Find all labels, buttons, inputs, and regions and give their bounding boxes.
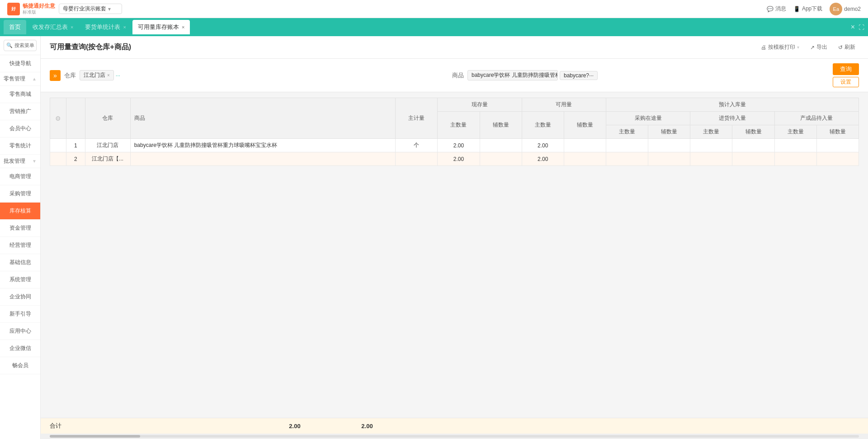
export-icon: ↗ <box>810 44 815 51</box>
sidebar-item-label: 企业微信 <box>9 345 31 351</box>
fullscreen-button[interactable]: ⛶ <box>859 24 864 31</box>
tab-receive[interactable]: 收发存汇总表 × <box>27 20 79 34</box>
sidebar-item-retail-mgmt[interactable]: 零售管理 ▲ <box>0 72 40 86</box>
warehouse-tag[interactable]: 江北门店 × <box>80 70 114 80</box>
search-menu-button[interactable]: 🔍 搜索菜单 <box>4 40 37 51</box>
tab-available-label: 可用量库存账本 <box>138 23 179 31</box>
refresh-icon: ↺ <box>838 44 843 51</box>
sidebar-item-label: 新手引导 <box>9 311 31 317</box>
sidebar-item-ops[interactable]: 经营管理 <box>0 237 40 254</box>
message-label: 消息 <box>775 5 786 13</box>
chevron-icon: ▼ <box>32 159 37 164</box>
th-purchase-on-way-group: 采购在途量 <box>606 112 690 125</box>
sidebar-item-label: 经营管理 <box>9 242 31 248</box>
print-button[interactable]: 🖨 按模板打印 ▾ <box>757 42 803 53</box>
sidebar-item-label: 批发管理 <box>4 157 25 165</box>
cell-pow-sub-0 <box>648 139 690 152</box>
sidebar-item-label: 系统管理 <box>9 276 31 283</box>
warehouse-tag-close[interactable]: × <box>107 73 110 78</box>
warehouse-more-button[interactable]: ··· <box>116 72 120 79</box>
refresh-button[interactable]: ↺ 刷新 <box>835 42 859 53</box>
sidebar-item-wecom[interactable]: 企业微信 <box>0 340 40 357</box>
cell-gear-1 <box>50 152 66 166</box>
sidebar-search-area: 🔍 搜索菜单 <box>0 36 40 55</box>
sidebar-item-enterprise[interactable]: 企业协同 <box>0 288 40 306</box>
sidebar-item-label: 应用中心 <box>9 328 31 334</box>
tab-home[interactable]: 首页 <box>4 20 26 34</box>
sidebar-item-retail-store[interactable]: 零售商城 <box>0 86 40 103</box>
cell-available-sub-1 <box>564 152 606 166</box>
product-tag-1-text: babycare学饮杯 儿童防摔防撞吸管杯重力球吸嘴杯宝宝水杯 <box>472 71 558 79</box>
sidebar-item-label: 企业协同 <box>9 293 31 300</box>
th-product-pending-sub: 辅数量 <box>816 125 859 139</box>
th-unit: 主计量 <box>396 98 438 139</box>
table-row: 2 江北门店【... 2.00 2.00 <box>50 152 859 166</box>
chevron-down-icon: ▾ <box>108 6 111 12</box>
th-purchase-in-group: 预计入库量 <box>606 98 859 112</box>
printer-icon: 🖨 <box>761 44 766 51</box>
close-all-button[interactable]: × <box>851 23 855 31</box>
query-button[interactable]: 查询 <box>833 63 859 75</box>
sidebar-item-inventory[interactable]: 库存核算 <box>0 203 40 220</box>
sidebar-item-label: 营销推广 <box>9 108 31 114</box>
tab-available[interactable]: 可用量库存账本 × <box>132 20 190 34</box>
gear-icon[interactable]: ⚙ <box>55 115 61 122</box>
sidebar-item-member2[interactable]: 畅会员 <box>0 357 40 374</box>
chevron-down-icon: ▾ <box>797 45 799 50</box>
sidebar-item-appstore[interactable]: 应用中心 <box>0 323 40 340</box>
sidebar-item-ecommerce[interactable]: 电商管理 <box>0 168 40 185</box>
message-button[interactable]: 💬 消息 <box>767 5 786 13</box>
expand-icon: » <box>53 72 57 79</box>
logo-sub: 标准版 <box>23 9 55 15</box>
cell-warehouse-1: 江北门店【... <box>85 152 130 166</box>
print-label: 按模板打印 <box>768 43 795 51</box>
user-profile[interactable]: Ea demo2 <box>830 3 861 15</box>
tab-receive-close[interactable]: × <box>71 24 73 30</box>
sidebar-item-retail-stats[interactable]: 零售统计 <box>0 137 40 155</box>
tab-order-close[interactable]: × <box>123 24 126 30</box>
sidebar-item-basic[interactable]: 基础信息 <box>0 254 40 271</box>
th-available-sub: 辅数量 <box>564 112 606 139</box>
tab-bar-right: × ⛶ <box>851 23 864 31</box>
footer-available-main: 2.00 <box>349 423 385 430</box>
product-tag-1[interactable]: babycare学饮杯 儿童防摔防撞吸管杯重力球吸嘴杯宝宝水杯 × <box>467 70 558 80</box>
product-tag-2[interactable]: babycare?··· <box>560 71 598 80</box>
industry-selector[interactable]: 母婴行业演示账套 ▾ <box>59 4 122 14</box>
sidebar-item-wholesale-mgmt[interactable]: 批发管理 ▼ <box>0 155 40 168</box>
app-download-button[interactable]: 📱 App下载 <box>793 5 822 13</box>
th-available-group: 可用量 <box>522 98 606 112</box>
tab-available-close[interactable]: × <box>182 24 184 30</box>
cell-ip-main-1 <box>690 152 732 166</box>
export-button[interactable]: ↗ 导出 <box>807 42 831 53</box>
tab-order[interactable]: 要货单统计表 × <box>80 20 131 34</box>
sidebar-item-label: 零售商城 <box>9 91 31 97</box>
sidebar-item-label: 基础信息 <box>9 259 31 265</box>
chevron-icon: ▲ <box>32 76 37 81</box>
sidebar-item-marketing[interactable]: 营销推广 <box>0 103 40 120</box>
sidebar-item-system[interactable]: 系统管理 <box>0 271 40 288</box>
sidebar-item-newbie[interactable]: 新手引导 <box>0 306 40 323</box>
th-inbound-pending-main: 主数量 <box>690 125 732 139</box>
cell-stock-main-0: 2.00 <box>438 139 480 152</box>
sidebar-item-purchase[interactable]: 采购管理 <box>0 185 40 203</box>
tab-receive-label: 收发存汇总表 <box>33 23 68 31</box>
message-icon: 💬 <box>767 6 774 12</box>
user-name: demo2 <box>844 6 861 12</box>
avatar: Ea <box>830 3 842 15</box>
cell-pp-main-1 <box>774 152 816 166</box>
cell-gear <box>50 139 66 152</box>
filter-expand-button[interactable]: » <box>50 70 61 81</box>
sidebar-item-label: 会员中心 <box>9 125 31 132</box>
th-product-pending-main: 主数量 <box>774 125 816 139</box>
setting-button[interactable]: 设置 <box>833 77 859 87</box>
sidebar-item-member[interactable]: 会员中心 <box>0 120 40 137</box>
horizontal-scrollbar[interactable] <box>41 434 868 439</box>
cell-unit-1 <box>396 152 438 166</box>
th-inbound-pending-group: 进货待入量 <box>690 112 774 125</box>
page-header: 可用量查询(按仓库+商品) 🖨 按模板打印 ▾ ↗ 导出 ↺ 刷新 <box>41 36 868 59</box>
scroll-thumb <box>50 435 140 438</box>
cell-pow-sub-1 <box>648 152 690 166</box>
export-label: 导出 <box>816 43 827 51</box>
sidebar-item-quick-nav[interactable]: 快捷导航 <box>0 55 40 72</box>
sidebar-item-finance[interactable]: 资金管理 <box>0 220 40 237</box>
